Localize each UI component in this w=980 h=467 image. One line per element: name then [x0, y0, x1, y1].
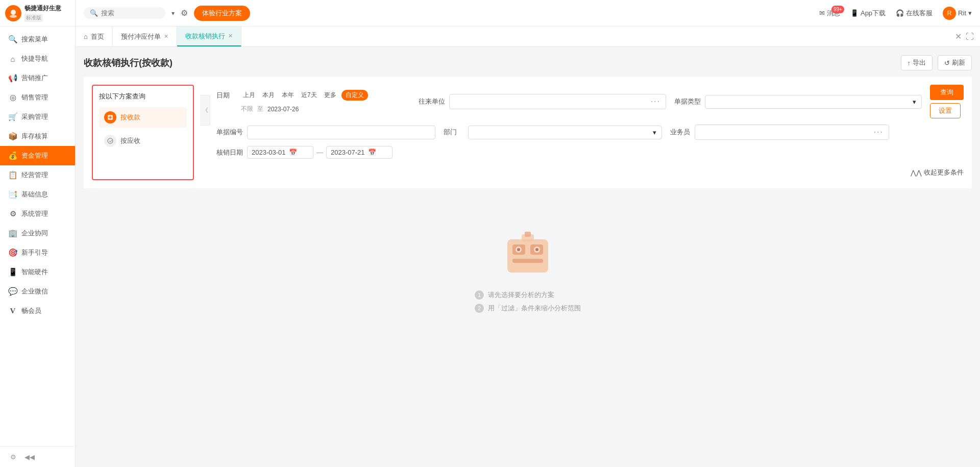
tab-prepay[interactable]: 预付冲应付单 ✕ [113, 27, 177, 46]
topbar-gear-icon[interactable]: ⚙ [181, 8, 188, 18]
settings-button[interactable]: 设置 [930, 103, 961, 118]
sidebar-item-label: 企业协同 [21, 229, 48, 238]
staff-expand-icon[interactable]: ··· [874, 128, 884, 137]
sidebar: 畅捷通好生意 标准版 🔍 搜索菜单 ⌂ 快捷导航 📢 营销推广 ◎ 销售管理 🛒… [0, 0, 76, 467]
sidebar-item-search-menu[interactable]: 🔍 搜索菜单 [0, 30, 75, 49]
service-button[interactable]: 🎧 在线客服 [896, 9, 933, 18]
collapse-up-icon: ⋀⋀ [911, 169, 922, 177]
collapse-filter-button[interactable]: 《 [200, 95, 210, 126]
collapse-sidebar-icon[interactable]: ◀◀ [24, 452, 35, 462]
tab-close-all-button[interactable]: ✕ [955, 32, 962, 41]
guide-icon: 🎯 [8, 248, 17, 257]
settings-icon[interactable]: ⚙ [8, 452, 18, 462]
staff-field: 业务员 ··· [670, 125, 889, 140]
sidebar-bottom: ⚙ ◀◀ [0, 446, 75, 467]
page-title: 收款核销执行(按收款) [84, 57, 173, 69]
sidebar-item-hardware[interactable]: 📱 智能硬件 [0, 262, 75, 282]
member-icon: V [8, 306, 17, 315]
topbar-dropdown-icon[interactable]: ▾ [172, 10, 175, 17]
sidebar-item-purchase[interactable]: 🛒 采购管理 [0, 107, 75, 127]
sidebar-item-member[interactable]: V 畅会员 [0, 301, 75, 321]
sidebar-item-label: 基础信息 [21, 190, 48, 199]
calendar-end-icon: 📅 [368, 149, 376, 156]
user-name: Rit [958, 9, 966, 17]
doc-no-input[interactable] [247, 126, 435, 139]
tab-home[interactable]: ⌂ 首页 [76, 27, 113, 46]
hint-2-num: 2 [475, 304, 484, 313]
tab-prepay-close-icon[interactable]: ✕ [164, 33, 168, 40]
topbar: 🔍 ▾ ⚙ 体验行业方案 ✉ 消息 99+ 📱 App下载 🎧 在线客服 R R… [76, 0, 980, 27]
collapse-more-button[interactable]: ⋀⋀ 收起更多条件 [216, 165, 964, 180]
sidebar-item-marketing[interactable]: 📢 营销推广 [0, 68, 75, 88]
date-btn-more[interactable]: 更多 [322, 90, 338, 101]
sidebar-item-label: 销售管理 [21, 93, 48, 102]
app-label: App下载 [861, 9, 886, 18]
sidebar-item-quick-nav[interactable]: ⌂ 快捷导航 [0, 49, 75, 68]
query-button[interactable]: 查询 [930, 85, 964, 100]
tab-actions: ✕ ⛶ [949, 27, 980, 46]
tab-writeoff[interactable]: 收款核销执行 ✕ [177, 27, 241, 46]
solution-button[interactable]: 体验行业方案 [194, 6, 250, 21]
sidebar-item-label: 新手引导 [21, 248, 48, 257]
date-btn-this-month[interactable]: 本月 [260, 90, 277, 101]
empty-state: 1 请先选择要分析的方案 2 用「过滤」条件来缩小分析范围 [84, 188, 972, 333]
date-btn-last-month[interactable]: 上月 [241, 90, 257, 101]
counterparty-expand-icon[interactable]: ··· [651, 97, 660, 106]
date-end-value: 2023-07-26 [267, 106, 299, 113]
sidebar-item-guide[interactable]: 🎯 新手引导 [0, 243, 75, 262]
date-btn-7days[interactable]: 近7天 [299, 90, 319, 101]
collab-icon: 🏢 [8, 229, 17, 238]
svg-point-1 [10, 15, 17, 18]
sidebar-item-wechat[interactable]: 💬 企业微信 [0, 282, 75, 301]
filter-option-by-receipt[interactable]: 按收款 [99, 107, 187, 128]
app-download-button[interactable]: 📱 App下载 [850, 9, 886, 18]
sidebar-item-label: 智能硬件 [21, 267, 48, 277]
by-receipt-label: 按收款 [120, 113, 140, 122]
writeoff-date-end-input[interactable]: 2023-07-21 📅 [326, 146, 393, 159]
empty-hint-1: 1 请先选择要分析的方案 [475, 290, 581, 300]
writeoff-date-start-input[interactable]: 2023-03-01 📅 [247, 146, 313, 159]
doc-type-select[interactable]: ▾ [705, 95, 922, 109]
service-label: 在线客服 [906, 9, 933, 18]
doc-no-label: 单据编号 [216, 128, 243, 137]
finance-icon: 💰 [8, 151, 17, 160]
sidebar-item-system[interactable]: ⚙ 系统管理 [0, 204, 75, 224]
dept-select[interactable]: ▾ [468, 126, 663, 139]
tab-maximize-button[interactable]: ⛶ [966, 32, 974, 41]
topbar-search-box[interactable]: 🔍 [84, 7, 165, 19]
writeoff-date-start-value: 2023-03-01 [252, 149, 286, 156]
sidebar-item-label: 快捷导航 [21, 54, 48, 63]
date-label: 日期 [216, 91, 237, 100]
collapse-more-label: 收起更多条件 [924, 168, 964, 177]
sidebar-item-inventory[interactable]: 📦 库存核算 [0, 127, 75, 146]
sidebar-item-label: 库存核算 [21, 132, 48, 141]
filter-fields: 日期 上月 本月 本年 近7天 更多 自定义 不限 [216, 85, 964, 180]
sidebar-item-basics[interactable]: 📑 基础信息 [0, 185, 75, 204]
filter-panel: 按以下方案查询 按收款 [84, 77, 972, 188]
message-button[interactable]: ✉ 消息 99+ [819, 9, 840, 18]
sidebar-item-collab[interactable]: 🏢 企业协同 [0, 224, 75, 243]
basics-icon: 📑 [8, 190, 17, 199]
date-btn-this-year[interactable]: 本年 [280, 90, 296, 101]
svg-point-3 [108, 138, 113, 143]
search-input[interactable] [101, 9, 159, 17]
doc-type-dropdown-icon: ▾ [913, 98, 916, 106]
dept-field: 部门 ▾ [444, 126, 663, 139]
sidebar-item-sales[interactable]: ◎ 销售管理 [0, 88, 75, 107]
filter-scheme-panel: 按以下方案查询 按收款 [92, 85, 194, 180]
writeoff-date-separator: — [316, 149, 323, 156]
export-button[interactable]: ↑ 导出 [901, 55, 933, 70]
message-badge: 99+ [831, 6, 844, 13]
sales-icon: ◎ [8, 93, 17, 102]
date-btn-custom[interactable]: 自定义 [341, 90, 368, 101]
main-area: 🔍 ▾ ⚙ 体验行业方案 ✉ 消息 99+ 📱 App下载 🎧 在线客服 R R… [76, 0, 980, 467]
sidebar-item-business[interactable]: 📋 经营管理 [0, 165, 75, 185]
sidebar-item-label: 经营管理 [21, 170, 48, 180]
tab-writeoff-close-icon[interactable]: ✕ [228, 33, 233, 39]
tab-home-label: 首页 [91, 32, 104, 41]
search-icon: 🔍 [90, 9, 98, 17]
filter-option-by-receivable[interactable]: 按应收 [99, 131, 187, 151]
sidebar-item-finance[interactable]: 💰 资金管理 [0, 146, 75, 165]
user-menu[interactable]: R Rit ▾ [943, 7, 972, 20]
refresh-button[interactable]: ↺ 刷新 [938, 55, 972, 70]
